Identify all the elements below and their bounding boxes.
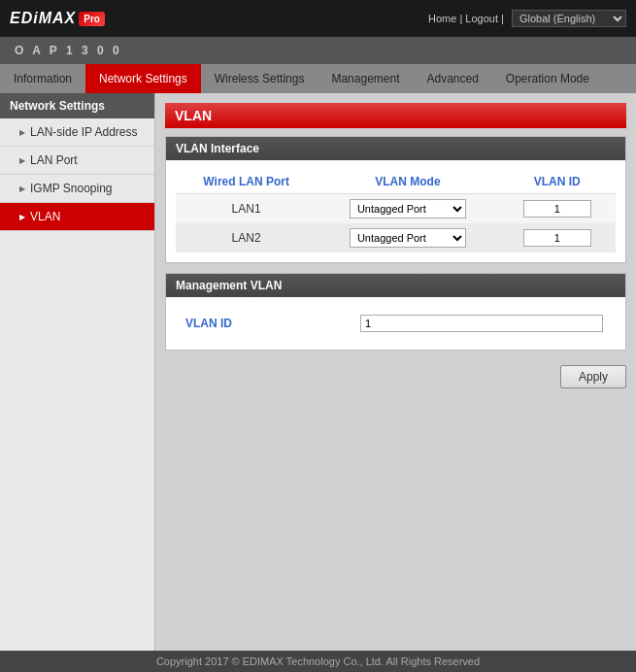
sidebar: Network Settings LAN-side IP Address LAN…	[0, 93, 155, 651]
footer: Copyright 2017 © EDIMAX Technology Co., …	[0, 651, 636, 672]
sidebar-title: Network Settings	[0, 93, 154, 118]
lan1-mode-select[interactable]: Untagged Port Tagged Port Not Member	[350, 199, 466, 218]
vlan-interface-header: VLAN Interface	[166, 137, 625, 160]
management-vlan-header: Management VLAN	[166, 274, 625, 297]
nav-item-wireless-settings[interactable]: Wireless Settings	[201, 64, 318, 93]
lan2-port-label: LAN2	[176, 223, 317, 252]
sidebar-item-vlan[interactable]: VLAN	[0, 203, 154, 231]
lan1-port-label: LAN1	[176, 194, 317, 224]
separator-2: |	[501, 13, 507, 24]
logo: EDiMAX Pro	[10, 10, 105, 27]
col-header-id: VLAN ID	[499, 170, 616, 194]
lan1-mode-cell: Untagged Port Tagged Port Not Member	[317, 194, 498, 224]
table-row: LAN2 Untagged Port Tagged Port Not Membe…	[176, 223, 616, 252]
apply-section: Apply	[165, 360, 626, 393]
header-links: Home | Logout | Global (English) Global …	[428, 10, 626, 27]
nav-item-advanced[interactable]: Advanced	[413, 64, 491, 93]
sidebar-item-lan-port[interactable]: LAN Port	[0, 147, 154, 175]
lan1-vlan-id-input[interactable]	[523, 200, 591, 218]
nav-bar: Information Network Settings Wireless Se…	[0, 64, 636, 93]
mgmt-vlan-id-input[interactable]	[360, 315, 603, 332]
lan2-vlan-id-input[interactable]	[523, 229, 591, 247]
device-bar: O A P 1 3 0 0	[0, 37, 636, 64]
lan1-id-cell	[499, 194, 616, 224]
logo-pro: Pro	[79, 12, 105, 26]
logout-link[interactable]: Logout	[465, 13, 498, 24]
apply-button[interactable]: Apply	[560, 365, 626, 388]
sidebar-item-lan-side-ip[interactable]: LAN-side IP Address	[0, 118, 154, 147]
header: EDiMAX Pro Home | Logout | Global (Engli…	[0, 0, 636, 37]
lan2-mode-cell: Untagged Port Tagged Port Not Member	[317, 223, 498, 252]
footer-text: Copyright 2017 © EDIMAX Technology Co., …	[156, 655, 480, 667]
main-layout: Network Settings LAN-side IP Address LAN…	[0, 93, 636, 651]
management-vlan-body: VLAN ID	[166, 297, 625, 350]
management-vlan-section: Management VLAN VLAN ID	[165, 273, 626, 351]
logo-text: EDiMAX	[10, 10, 76, 27]
device-label: O A P 1 3 0 0	[15, 44, 122, 57]
vlan-interface-section: VLAN Interface Wired LAN Port VLAN Mode …	[165, 136, 626, 263]
home-link[interactable]: Home	[428, 13, 456, 24]
language-select[interactable]: Global (English) Global (Chinese) Global…	[512, 10, 626, 27]
vlan-interface-body: Wired LAN Port VLAN Mode VLAN ID LAN1 Un…	[166, 160, 625, 262]
mgmt-vlan-id-label: VLAN ID	[185, 317, 360, 330]
mgmt-vlan-row: VLAN ID	[176, 307, 616, 340]
vlan-table: Wired LAN Port VLAN Mode VLAN ID LAN1 Un…	[176, 170, 616, 252]
content-area: VLAN VLAN Interface Wired LAN Port VLAN …	[155, 93, 636, 651]
nav-item-management[interactable]: Management	[318, 64, 413, 93]
nav-item-information[interactable]: Information	[0, 64, 85, 93]
lan2-mode-select[interactable]: Untagged Port Tagged Port Not Member	[350, 228, 466, 248]
page-title: VLAN	[165, 103, 626, 128]
col-header-port: Wired LAN Port	[176, 170, 317, 194]
table-row: LAN1 Untagged Port Tagged Port Not Membe…	[176, 194, 616, 224]
nav-item-network-settings[interactable]: Network Settings	[85, 64, 201, 93]
nav-item-operation-mode[interactable]: Operation Mode	[492, 64, 603, 93]
lan2-id-cell	[499, 223, 616, 252]
sidebar-item-igmp-snooping[interactable]: IGMP Snooping	[0, 175, 154, 203]
col-header-mode: VLAN Mode	[317, 170, 498, 194]
